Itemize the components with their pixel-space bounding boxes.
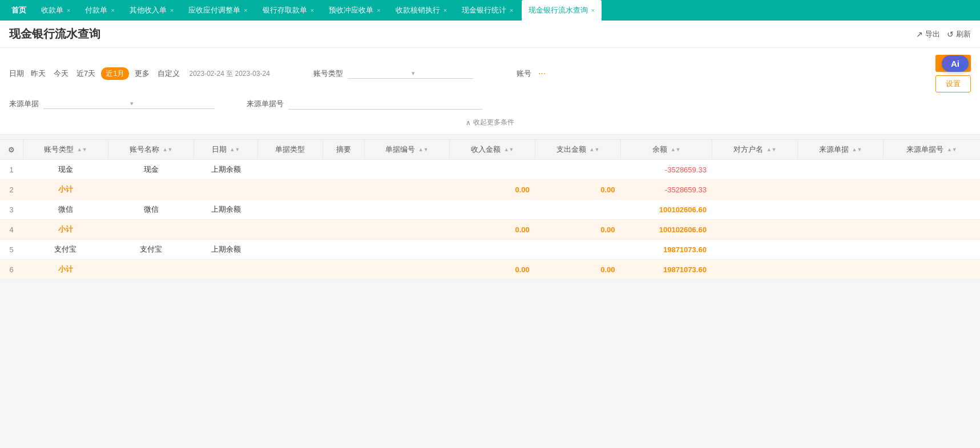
account-type-filter-group: 账号类型 ▾ (313, 68, 473, 79)
sort-icon-source-doc-no: ▲▼ (947, 147, 957, 152)
source-doc-no-input[interactable] (288, 98, 482, 110)
col-settings[interactable]: ⚙ (0, 140, 23, 160)
date-filter-group: 日期 昨天 今天 近7天 近1月 更多 自定义 2023-02-24 至 202… (9, 67, 270, 80)
close-icon-4[interactable]: × (310, 7, 314, 14)
close-icon-8[interactable]: × (591, 7, 595, 14)
date-yesterday[interactable]: 昨天 (29, 67, 48, 80)
cell-source-doc-no (884, 260, 980, 280)
close-icon-3[interactable]: × (244, 7, 247, 14)
date-more[interactable]: 更多 (132, 67, 152, 80)
col-source-doc[interactable]: 来源单据 ▲▼ (798, 140, 884, 160)
close-icon-5[interactable]: × (377, 7, 380, 14)
source-doc-select[interactable]: ▾ (43, 99, 215, 109)
cell-counterparty (712, 220, 798, 240)
header-actions: ↗ 导出 ↺ 刷新 (916, 29, 971, 39)
sort-icon-source-doc: ▲▼ (852, 147, 862, 152)
cell-expense: 0.00 (535, 220, 621, 240)
table-row: 2小计0.000.00-3528659.33 (0, 180, 980, 200)
sort-icon-doc-no: ▲▼ (418, 147, 429, 152)
date-label: 日期 (9, 68, 24, 79)
account-type-select[interactable]: ▾ (348, 68, 473, 79)
table-container: ⚙ 账号类型 ▲▼ 账号名称 ▲▼ 日期 ▲▼ 单据类型 摘要 单据编号 ▲▼ (0, 139, 980, 280)
export-button[interactable]: ↗ 导出 (916, 29, 940, 39)
chevron-up-icon: ∧ (466, 119, 471, 127)
close-icon-1[interactable]: × (111, 7, 114, 14)
cell-date: 上期余额 (194, 160, 258, 180)
table-row: 3微信微信上期余额100102606.60 (0, 200, 980, 220)
cell-source-doc (798, 240, 884, 260)
filter-row-1: 日期 昨天 今天 近7天 近1月 更多 自定义 2023-02-24 至 202… (9, 55, 971, 92)
date-today[interactable]: 今天 (51, 67, 71, 80)
settings-button[interactable]: 设置 (935, 75, 971, 92)
cell-balance: 19871073.60 (621, 240, 712, 260)
page-title: 现金银行流水查询 (9, 26, 100, 42)
col-balance[interactable]: 余额 ▲▼ (621, 140, 712, 160)
cell-expense (535, 240, 621, 260)
cell-account-type: 支付宝 (23, 240, 108, 260)
col-income[interactable]: 收入金额 ▲▼ (450, 140, 535, 160)
filter-area: 日期 昨天 今天 近7天 近1月 更多 自定义 2023-02-24 至 202… (0, 48, 980, 135)
cell-source-doc (798, 260, 884, 280)
date-7days[interactable]: 近7天 (74, 67, 98, 80)
cell-account-name: 微信 (108, 200, 194, 220)
sort-icon-expense: ▲▼ (590, 147, 600, 152)
cell-counterparty (712, 200, 798, 220)
nav-tab-6[interactable]: 收款核销执行 × (389, 0, 454, 21)
close-icon-2[interactable]: × (170, 7, 174, 14)
nav-tab-0[interactable]: 收款单 × (34, 0, 77, 21)
cell-source-doc (798, 160, 884, 180)
nav-tab-3[interactable]: 应收应付调整单 × (182, 0, 254, 21)
cell-account-type: 现金 (23, 160, 108, 180)
table-body: 1现金现金上期余额-3528659.332小计0.000.00-3528659.… (0, 160, 980, 280)
table-row: 1现金现金上期余额-3528659.33 (0, 160, 980, 180)
close-icon-7[interactable]: × (510, 7, 513, 14)
cell-summary (322, 180, 364, 200)
collapse-bar[interactable]: ∧ 收起更多条件 (9, 115, 971, 130)
cell-doc-no (364, 200, 450, 220)
close-icon-6[interactable]: × (443, 7, 447, 14)
sort-icon-counterparty: ▲▼ (767, 147, 777, 152)
cell-source-doc (798, 180, 884, 200)
nav-home[interactable]: 首页 (5, 0, 33, 21)
sort-icon-account-name: ▲▼ (163, 147, 173, 152)
close-icon-0[interactable]: × (67, 7, 70, 14)
date-custom[interactable]: 自定义 (155, 67, 182, 80)
col-date[interactable]: 日期 ▲▼ (194, 140, 258, 160)
cell-expense: 0.00 (535, 180, 621, 200)
col-account-name[interactable]: 账号名称 ▲▼ (108, 140, 194, 160)
row-number: 4 (0, 220, 23, 240)
cell-account-name: 现金 (108, 160, 194, 180)
account-label: 账号 (517, 68, 531, 79)
cell-balance: 100102606.60 (621, 220, 712, 240)
col-source-doc-no[interactable]: 来源单据号 ▲▼ (884, 140, 980, 160)
cell-income (450, 160, 535, 180)
account-filter-group: 账号 ··· (517, 68, 548, 79)
col-counterparty[interactable]: 对方户名 ▲▼ (712, 140, 798, 160)
export-icon: ↗ (916, 30, 923, 39)
cell-account-name (108, 260, 194, 280)
nav-tab-1[interactable]: 付款单 × (78, 0, 121, 21)
cell-income: 0.00 (450, 180, 535, 200)
nav-tab-7[interactable]: 现金银行统计 × (455, 0, 520, 21)
col-doc-no[interactable]: 单据编号 ▲▼ (364, 140, 450, 160)
nav-tab-2[interactable]: 其他收入单 × (123, 0, 180, 21)
cell-doc-no (364, 220, 450, 240)
nav-tab-5[interactable]: 预收冲应收单 × (322, 0, 387, 21)
refresh-icon: ↺ (947, 30, 954, 39)
nav-tab-4[interactable]: 银行存取款单 × (256, 0, 321, 21)
ai-button[interactable]: Ai (942, 55, 969, 72)
cell-expense (535, 200, 621, 220)
cell-balance: -3528659.33 (621, 160, 712, 180)
col-account-type[interactable]: 账号类型 ▲▼ (23, 140, 108, 160)
refresh-button[interactable]: ↺ 刷新 (947, 29, 971, 39)
row-number: 1 (0, 160, 23, 180)
cell-counterparty (712, 160, 798, 180)
col-expense[interactable]: 支出金额 ▲▼ (535, 140, 621, 160)
date-1month[interactable]: 近1月 (101, 67, 129, 80)
nav-tab-8[interactable]: 现金银行流水查询 × (522, 0, 602, 21)
account-dots-button[interactable]: ··· (536, 68, 548, 79)
cell-source-doc-no (884, 180, 980, 200)
cell-expense: 0.00 (535, 260, 621, 280)
cell-income: 0.00 (450, 220, 535, 240)
cell-counterparty (712, 260, 798, 280)
